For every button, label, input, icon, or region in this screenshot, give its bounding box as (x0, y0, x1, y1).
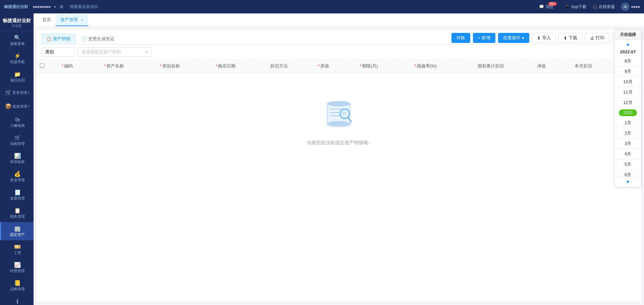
sidebar: 畅捷通好业财 专业版 🔍 搜索菜单 ⚡ 快捷导航 📁 项目合同 🛒 零售管理 ▾ (0, 13, 34, 305)
sidebar-item-label: 快捷导航 (10, 60, 25, 64)
th-period: *期限(月) (342, 60, 395, 73)
main-panel: 📋 资产明细 📄 变更生成凭证 对账 + 新增 批量操作 ▾ (36, 30, 641, 302)
th-original-value: *原值 (305, 60, 342, 73)
purchase-icon: 🛒 (14, 135, 21, 141)
batch-button[interactable]: 批量操作 ▾ (498, 33, 529, 43)
category-placeholder: 请选择固定资产类别 (82, 49, 121, 55)
batch-label: 批量操作 (503, 35, 521, 41)
sidebar-item-label: 发票管理 (10, 196, 25, 201)
sidebar-item-label: 库存核算 (10, 160, 25, 164)
sidebar-item-purchase[interactable]: 🛒 采购管理 (0, 131, 34, 149)
tab-close-icon[interactable]: × (81, 17, 84, 22)
import-button[interactable]: ⬆ 导入 (532, 33, 556, 43)
sidebar-item-finance[interactable]: 💰 资金管理 (0, 167, 34, 186)
sub-tab-change-voucher[interactable]: 📄 变更生成凭证 (77, 34, 119, 44)
month-item-8[interactable]: 8月 (615, 56, 641, 66)
sidebar-item-retail[interactable]: 🛒 零售管理 ▾ (0, 86, 34, 100)
month-item-10[interactable]: 10月 (615, 77, 641, 87)
sidebar-item-tax[interactable]: 📋 税务管理 (0, 204, 34, 222)
sub-tab-label: 变更生成凭证 (88, 36, 114, 42)
company-name: ■■■■■■■■ (33, 5, 51, 9)
management-icon: 📈 (14, 262, 21, 268)
th-name: *资产名称 (86, 60, 142, 73)
month-item-2023-badge: 2023 (619, 109, 637, 116)
month-picker-up-btn[interactable]: ▲ (624, 41, 632, 47)
import-icon: ⬆ (537, 36, 541, 41)
sidebar-item-invoice[interactable]: 🧾 发票管理 (0, 186, 34, 204)
tab-asset-mgmt[interactable]: 资产管理 × (56, 14, 88, 26)
sidebar-item-ledger[interactable]: 📒 总账管理 (0, 276, 34, 295)
project-icon: 📁 (14, 71, 21, 78)
message-icon: 💬 (539, 4, 544, 9)
retail-icon: 🛒 (5, 89, 12, 96)
tab-home[interactable]: 首页 (38, 14, 56, 26)
search-icon: 🔍 (14, 35, 21, 41)
sub-tab-asset-detail[interactable]: 📋 资产明细 (42, 34, 75, 44)
month-item-1[interactable]: 1月 (615, 118, 641, 128)
sidebar-item-fixed-assets[interactable]: 🏢 固定资产 (0, 222, 34, 240)
invoice-icon: 🧾 (14, 189, 21, 196)
th-net-value: 净值 (525, 60, 558, 73)
inventory-icon: 📊 (14, 153, 21, 159)
category-input[interactable]: 请选择固定资产类别 ▾ (78, 47, 152, 57)
company-dropdown[interactable]: ▾ (54, 5, 56, 9)
sidebar-logo: 畅捷通好业财 专业版 (0, 13, 34, 31)
sidebar-item-inventory[interactable]: 📊 库存核算 (0, 149, 34, 167)
finance-icon: 💰 (14, 171, 21, 177)
sidebar-item-salary[interactable]: 💴 工资 (0, 240, 34, 258)
page-content: 📋 资产明细 📄 变更生成凭证 对账 + 新增 批量操作 ▾ (34, 27, 644, 305)
month-item-5[interactable]: 5月 (615, 159, 641, 170)
category-filter[interactable]: 类别 (42, 47, 75, 57)
month-item-3[interactable]: 3月 (615, 139, 641, 149)
settings-icon[interactable]: ⚙ (59, 4, 64, 9)
avatar: AI (621, 2, 630, 11)
sidebar-item-ecommerce[interactable]: 🛍 小畅电商 (0, 113, 34, 131)
demo-link[interactable]: 我要看实例演示 (70, 4, 98, 10)
sidebar-menu: 🔍 搜索菜单 ⚡ 快捷导航 📁 项目合同 🛒 零售管理 ▾ 📦 批发管理 ▾ (0, 31, 34, 305)
sidebar-item-basic-info[interactable]: ℹ 基础信息 (0, 295, 34, 305)
month-item-6[interactable]: 6月 (615, 170, 641, 177)
user-avatar[interactable]: AI ■■■■ (621, 2, 640, 11)
sidebar-item-quick-nav[interactable]: ⚡ 快捷导航 (0, 49, 34, 67)
sidebar-item-search[interactable]: 🔍 搜索菜单 (0, 31, 34, 49)
month-item-9[interactable]: 9月 (615, 66, 641, 77)
sidebar-item-label: 小畅电商 (10, 123, 25, 128)
sidebar-item-project[interactable]: 📁 项目合同 (0, 68, 34, 86)
month-picker-header: 月份选择 (615, 30, 641, 40)
wholesale-icon: 📦 (5, 103, 12, 109)
th-code: *编码 (48, 60, 86, 73)
th-checkbox[interactable] (36, 60, 48, 73)
message-btn[interactable]: 💬 消息 99+ (539, 4, 553, 10)
salary-icon: 💴 (14, 244, 21, 250)
month-picker-down-btn[interactable]: ▼ (624, 179, 632, 185)
sidebar-item-label: 采购管理 (10, 142, 25, 146)
app-logo: 畅捷通好业财 (4, 4, 28, 10)
chevron-down-icon: ▾ (28, 91, 30, 94)
table-header-row: *编码 *资产名称 *类别名称 *购买日期 折旧方法 *原值 *期限(月) *残… (36, 60, 641, 73)
select-all-checkbox[interactable] (40, 63, 44, 68)
sidebar-item-label: 项目合同 (10, 78, 25, 83)
reconcile-button[interactable]: 对账 (451, 33, 470, 43)
month-item-4[interactable]: 4月 (615, 149, 641, 159)
add-button[interactable]: + 新增 (473, 33, 495, 43)
sidebar-item-wholesale[interactable]: 📦 批发管理 ▾ (0, 100, 34, 113)
print-button[interactable]: 🖨 打印 (585, 33, 609, 43)
filter-bar: 类别 请选择固定资产类别 ▾ (36, 45, 641, 60)
username: ■■■■ (631, 5, 640, 9)
download-label: 下载 (569, 35, 577, 41)
sidebar-item-management[interactable]: 📈 经营管理 (0, 258, 34, 276)
headset-icon: 🎧 (592, 4, 597, 9)
month-item-12[interactable]: 12月 (615, 98, 641, 108)
ecommerce-icon: 🛍 (15, 117, 20, 123)
sidebar-item-label: 批发管理 (12, 104, 27, 109)
app-download-btn[interactable]: 📱 App下载 (565, 4, 586, 10)
download-button[interactable]: ⬇ 下载 (558, 33, 582, 43)
month-picker-list: 8月 9月 10月 11月 12月 2023 1月 2月 3月 4月 5月 6月… (615, 56, 641, 177)
phone-icon: 📱 (565, 4, 570, 9)
online-service-btn[interactable]: 🎧 在线客服 (592, 4, 615, 10)
month-picker-panel: 月份选择 ▲ 2022.07 8月 9月 10月 11月 12月 2023 1月… (614, 30, 641, 187)
month-item-2[interactable]: 2月 (615, 128, 641, 139)
change-voucher-icon: 📄 (82, 37, 87, 41)
filter-dropdown-icon: ▾ (146, 50, 148, 55)
month-item-11[interactable]: 11月 (615, 87, 641, 98)
